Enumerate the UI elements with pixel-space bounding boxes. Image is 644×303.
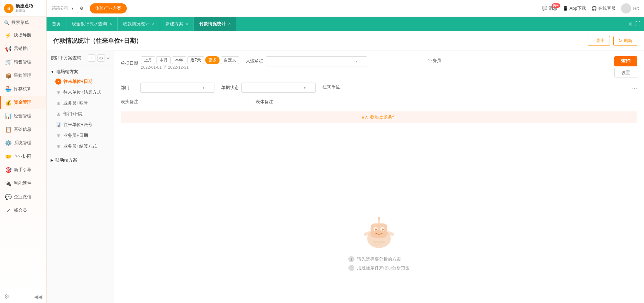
collapse-more-btn[interactable]: ∧∧ 收起更多条件 (121, 111, 637, 123)
date-7days-btn[interactable]: 近7天 (187, 56, 204, 64)
filter-area: 单据日期 上月 本月 本年 近7天 更多 自定义 20 (114, 51, 644, 180)
date-more-btn[interactable]: 更多 (205, 56, 219, 64)
filter-row-3: 表头备注 表体备注 (121, 97, 637, 106)
sidebar-item-vip[interactable]: ✓ 畅会员 (0, 204, 46, 217)
tab-close-all-icon[interactable]: ✕ (628, 21, 633, 27)
body-section: 按以下方案查询 + ⚙ « ▼ 电脑端方案 (47, 51, 644, 303)
guide-icon: 🎯 (5, 166, 12, 173)
mobile-scheme-group-title[interactable]: ▶ 移动端方案 (47, 156, 114, 164)
docstatus-label: 单据状态 (221, 85, 239, 91)
scheme-unit-settle[interactable]: ⊞ 往来单位+结算方式 (47, 87, 114, 98)
cooperation-icon: 🤝 (5, 153, 12, 160)
trial-btn[interactable]: 体验行业方案 (90, 3, 127, 13)
export-btn[interactable]: ↑ 导出 (588, 36, 610, 46)
scheme-active-icon: ● (55, 79, 61, 85)
source-select[interactable]: ▾ (266, 56, 367, 66)
sidebar-item-marketing[interactable]: 📢 营销推广 (0, 42, 46, 55)
body-note-input[interactable] (276, 97, 370, 106)
tab-home[interactable]: 首页 (47, 17, 66, 31)
tab-payment-stats[interactable]: 付款情况统计 × (194, 17, 236, 31)
sidebar-item-inventory[interactable]: 🏪 库存核算 (0, 82, 46, 96)
tab-payment-stats-close[interactable]: × (228, 22, 231, 26)
sidebar-item-hardware[interactable]: 🔌 智能硬件 (0, 177, 46, 190)
app-download-btn[interactable]: 📱 App下载 (563, 5, 586, 11)
refresh-btn[interactable]: ↻ 刷新 (613, 36, 637, 46)
staff-dots-btn[interactable]: … (599, 58, 604, 64)
unit-input[interactable] (343, 83, 630, 91)
panel-header: 按以下方案查询 + ⚙ « (47, 51, 114, 65)
sidebar-item-sales[interactable]: 🛒 销售管理 (0, 55, 46, 69)
service-icon: 🎧 (591, 6, 597, 11)
dept-select[interactable]: ▾ (140, 83, 214, 93)
staff-input[interactable] (448, 56, 597, 65)
sidebar-item-guide[interactable]: 🎯 新手引导 (0, 163, 46, 177)
add-icon: + (90, 56, 93, 61)
source-label: 来源单据 (246, 58, 263, 64)
date-this-month-btn[interactable]: 本月 (156, 56, 171, 64)
scheme-staff-account[interactable]: ⊞ 业务员+账号 (47, 98, 114, 109)
dept-dropdown-icon: ▾ (203, 86, 205, 90)
message-btn[interactable]: 💬 消息 99+ (542, 5, 557, 11)
body-note-label: 表体备注 (256, 99, 273, 105)
scheme-unit-date[interactable]: ● 往来单位+日期 (47, 76, 114, 87)
nav-label: 库存核算 (14, 86, 31, 92)
user-avatar-btn[interactable]: Rit (621, 3, 639, 13)
tab-receipt-stats-close[interactable]: × (152, 22, 154, 26)
filter-docstatus-item: 单据状态 ▾ (221, 83, 316, 93)
svg-point-4 (375, 229, 377, 231)
sidebar-item-system[interactable]: ⚙️ 系统管理 (0, 136, 46, 150)
sidebar-item-operations[interactable]: 📊 经营管理 (0, 109, 46, 123)
sidebar: 6 畅捷通巧 标准版 🔍 搜索菜单 ⚡ 快捷导航 📢 营销推广 🛒 销售管理 📦… (0, 0, 47, 303)
logo-sub: 标准版 (16, 8, 33, 13)
query-btn[interactable]: 查询 (614, 56, 637, 66)
docstatus-select[interactable]: ▾ (241, 83, 316, 93)
svg-point-7 (378, 217, 380, 220)
nav-label: 经营管理 (14, 113, 31, 119)
scheme-unit-account[interactable]: 📊 往来单位+账号 (47, 119, 114, 130)
search-menu[interactable]: 🔍 搜索菜单 (0, 17, 46, 28)
online-service-btn[interactable]: 🎧 在线客服 (591, 5, 616, 11)
sidebar-collapse-icon[interactable]: ◀◀ (34, 294, 42, 300)
date-custom-btn[interactable]: 自定义 (221, 56, 239, 64)
tab-new-scheme-close[interactable]: × (186, 22, 188, 26)
tab-new-scheme[interactable]: 新建方案 × (160, 17, 194, 31)
scheme-staff-date[interactable]: ⊞ 业务员+日期 (47, 130, 114, 141)
filter-actions: 查询 设置 (614, 56, 637, 78)
date-label: 单据日期 (121, 60, 138, 66)
tab-fullscreen-icon[interactable]: ⛶ (635, 21, 641, 27)
scheme-staff-settle[interactable]: ⊞ 业务员+结算方式 (47, 141, 114, 152)
tip-2-text: 用过滤条件来缩小分析范围 (357, 265, 410, 271)
sidebar-item-cooperation[interactable]: 🤝 企业协同 (0, 150, 46, 163)
date-this-year-btn[interactable]: 本年 (172, 56, 186, 64)
header-note-input[interactable] (141, 97, 229, 106)
logo-text-block: 畅捷通巧 标准版 (16, 3, 33, 13)
sidebar-logo: 6 畅捷通巧 标准版 (0, 0, 46, 17)
scheme-settings-icon: ⚙ (99, 56, 103, 61)
unit-dots-btn[interactable]: … (632, 84, 637, 90)
search-label: 搜索菜单 (11, 20, 29, 26)
filter-date-item: 单据日期 上月 本月 本年 近7天 更多 自定义 20 (121, 56, 239, 70)
scheme-dept-date[interactable]: ⊞ 部门+日期 (47, 109, 114, 119)
download-label: App下载 (569, 5, 586, 11)
nav-label: 基础信息 (14, 126, 31, 132)
sidebar-settings-icon[interactable]: ⚙ (4, 293, 9, 300)
sidebar-item-funds[interactable]: 💰 资金管理 (0, 96, 46, 109)
inventory-icon: 🏪 (5, 86, 12, 92)
topbar-settings-btn[interactable]: ⚙ (77, 4, 86, 13)
sidebar-item-wechat[interactable]: 💬 企业微信 (0, 190, 46, 204)
tab-bank-flow-close[interactable]: × (110, 22, 112, 26)
nav-label: 企业协同 (14, 153, 31, 159)
sidebar-item-basic[interactable]: 📋 基础信息 (0, 123, 46, 136)
tab-bank-flow[interactable]: 现金银行流水查询 × (66, 17, 118, 31)
sidebar-item-purchase[interactable]: 📦 采购管理 (0, 69, 46, 82)
company-dropdown[interactable]: ▾ (71, 6, 74, 11)
settings-small-btn[interactable]: 设置 (614, 68, 637, 78)
sidebar-item-quick-nav[interactable]: ⚡ 快捷导航 (0, 28, 46, 42)
scheme-settings-btn[interactable]: ⚙ (97, 54, 105, 62)
add-scheme-btn[interactable]: + (88, 54, 95, 62)
tab-receipt-stats[interactable]: 收款情况统计 × (118, 17, 160, 31)
pc-scheme-group-title[interactable]: ▼ 电脑端方案 (47, 67, 114, 76)
date-last-month-btn[interactable]: 上月 (141, 56, 155, 64)
filter-staff-item: 业务员 … (428, 56, 604, 65)
panel-collapse-btn[interactable]: « (107, 55, 110, 61)
